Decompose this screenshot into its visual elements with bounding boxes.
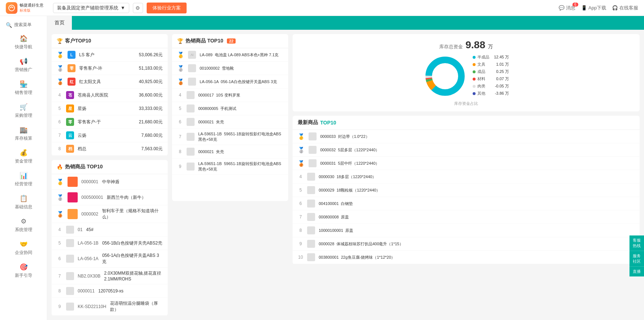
customer-item-7[interactable]: 7 云 云扬 7,680.00元: [52, 129, 168, 142]
sold-product-1[interactable]: 🥇 Ai LA-089 电池盖 LA-089 ABS本色+黑种 7.1克: [172, 48, 288, 62]
sold-product-6[interactable]: 6 0000021 夹壳: [172, 115, 288, 129]
new-product-7[interactable]: 7 000800008 原盖: [293, 210, 640, 224]
cooperation-icon: 🤝: [20, 240, 28, 248]
float-btn-live[interactable]: 直播: [629, 267, 644, 276]
sold-product-7[interactable]: 7 LA-59651-1B 59651-1B旋转投影灯电池盒ABS黑色+58克: [172, 129, 288, 145]
customer-name-1: LS 客户: [79, 52, 135, 58]
hot-product-1[interactable]: 🥇 0000001 中华神盾: [52, 174, 168, 190]
inventory-legend: 半成品 12.45 万 文具 1.01 万 成品 0: [473, 54, 509, 98]
new-products-title: 最新商品 TOP10: [293, 116, 640, 130]
sidebar-item-marketing[interactable]: 📢 营销推广: [0, 54, 47, 77]
sidebar-item-guide[interactable]: 🎯 新手引导: [0, 259, 47, 282]
hot-product-3[interactable]: 🥉 0000002 智利车子里（规格不知道填什么）: [52, 205, 168, 223]
avatar-2: 零: [68, 64, 76, 72]
customer-value-1: 53,006.26元: [139, 52, 163, 58]
sold-product-img-4: [187, 91, 195, 99]
product-img-4: [66, 226, 74, 234]
inventory-total: 库存总资金 9.88 万: [298, 39, 635, 51]
new-product-2[interactable]: 🥈 0000032 5层多层（1220*2440）: [293, 143, 640, 157]
customer-item-3[interactable]: 🥉 红 红太阳文具 40,925.00元: [52, 75, 168, 89]
sold-product-img-2: [188, 64, 196, 72]
online-service-button[interactable]: 🎧 在线客服: [612, 5, 638, 11]
new-product-4[interactable]: 4 0000030 18多层（1220*2440）: [293, 170, 640, 184]
hot-product-5[interactable]: 5 LA-056-1B 056-1B白色按键开关壳ABS2壳: [52, 237, 168, 250]
sidebar-item-home[interactable]: 🏠 快捷导航: [0, 31, 47, 54]
new-product-img-1: [309, 132, 317, 140]
sidebar-item-cooperation[interactable]: 🤝 企业协同: [0, 237, 47, 259]
fire-icon: 🔥: [57, 164, 63, 170]
avatar-7: 云: [66, 131, 74, 139]
sidebar-item-inventory[interactable]: 🏬 库存核算: [0, 122, 47, 145]
logo-icon: [6, 2, 17, 14]
sold-product-5[interactable]: 5 000800005 手机测试: [172, 102, 288, 115]
trial-button[interactable]: 体验行业方案: [147, 3, 187, 13]
new-product-6[interactable]: 6 004100001 白钢垫: [293, 197, 640, 210]
system-selector[interactable]: 装备及固定资产辅助管理系统 ▼: [53, 3, 129, 13]
search-item[interactable]: 🔍 搜索菜单: [0, 19, 47, 31]
customer-item-4[interactable]: 4 苍 苍南县人民医院 36,600.00元: [52, 89, 168, 102]
product-img-1: [68, 177, 78, 187]
legend-dot-3: [473, 70, 476, 73]
new-product-8[interactable]: 8 10000100001 原盖: [293, 224, 640, 237]
main-layout: 🔍 搜索菜单 🏠 快捷导航 📢 营销推广 🏪 销售管理 🛒 采购管理 🏬 库存核…: [0, 16, 644, 320]
float-btn-service[interactable]: 客服热线: [629, 235, 644, 251]
new-product-img-4: [307, 173, 315, 181]
nav-tabs: 首页: [47, 16, 644, 30]
sold-product-2[interactable]: 🥈 001000002 雪地靴: [172, 62, 288, 75]
sold-product-9[interactable]: 9 LA-59651-1B 59651-1B旋转投影灯电池盒ABS黑色+58克: [172, 159, 288, 175]
sold-product-img-9: [187, 163, 195, 171]
headset-icon: 🎧: [612, 5, 618, 11]
logo-name: 畅捷通好生意: [20, 3, 44, 8]
message-button[interactable]: 💬 消息 6: [559, 5, 575, 11]
sold-product-3[interactable]: 🥉 LA-056-1A 056-1A白色按键开关盖ABS 3克: [172, 75, 288, 89]
sidebar-item-purchase[interactable]: 🛒 采购管理: [0, 99, 47, 122]
content-area: 首页 🏆 客户TOP10 🥇 L LS 客户 53,006.26: [47, 16, 644, 320]
new-product-3[interactable]: 🥉 0000031 5层中纤（1220*2440）: [293, 157, 640, 170]
customer-value-3: 40,925.00元: [139, 79, 163, 85]
legend-dot-2: [473, 63, 476, 66]
new-product-img-8: [307, 226, 315, 234]
customer-item-1[interactable]: 🥇 L LS 客户 53,006.26元: [52, 48, 168, 62]
hot-product-4[interactable]: 4 01 45#: [52, 223, 168, 237]
hot-product-7[interactable]: 7 NB2.0X30B 2.0X30MM双搓花轴,搓花直径2.1MM/ROHS: [52, 268, 168, 284]
product-img-7: [66, 272, 74, 280]
sold-product-img-7: [187, 133, 195, 141]
trophy2-icon: 🏆: [177, 38, 183, 44]
customer-name-4: 苍南县人民医院: [78, 92, 135, 98]
sidebar-item-finance[interactable]: 💰 资金管理: [0, 145, 47, 168]
tab-home[interactable]: 首页: [47, 16, 72, 30]
sidebar-item-basics[interactable]: 📋 基础信息: [0, 191, 47, 214]
right-column: 库存总资金 9.88 万: [293, 34, 640, 316]
top-header: 畅捷通好生意 标准版 装备及固定资产辅助管理系统 ▼ ⚙ 体验行业方案 💬 消息…: [0, 0, 644, 16]
settings-button[interactable]: ⚙: [133, 3, 143, 13]
app-download-button[interactable]: 📱 App下载: [581, 5, 606, 11]
customer-item-8[interactable]: 8 档 档总 7,563.00元: [52, 142, 168, 156]
top-sold-title: 🏆 热销商品 TOP10 22: [172, 34, 288, 48]
float-btn-community[interactable]: 服务社区: [629, 251, 644, 267]
new-product-10[interactable]: 10 003800001 22g鱼豆腐-烧烤味（1*12*20）: [293, 251, 640, 264]
legend-dot-1: [473, 56, 476, 59]
new-product-5[interactable]: 5 0000029 18颗粒板（1220*2440）: [293, 184, 640, 197]
hot-product-6[interactable]: 6 LA-056-1A 056-1A白色按键开关盖ABS 3克: [52, 250, 168, 268]
hot-product-8[interactable]: 8 0000011 12070519-xs: [52, 284, 168, 298]
customer-item-2[interactable]: 🥈 零 零售客户-许 51,183.00元: [52, 62, 168, 75]
logo-sub: 标准版: [20, 8, 44, 13]
sold-product-8[interactable]: 8 0000021 夹壳: [172, 145, 288, 159]
sold-product-4[interactable]: 4 0000017 10S 变料罗浆: [172, 89, 288, 102]
sidebar-item-management[interactable]: 📊 经营管理: [0, 168, 47, 191]
hot-product-2[interactable]: 🥈 000500001 新西兰牛肉（新牛）: [52, 190, 168, 205]
new-product-1[interactable]: 🥇 0000033 封边带（1.0*22）: [293, 130, 640, 143]
sidebar-item-system[interactable]: ⚙ 系统管理: [0, 214, 47, 237]
customer-item-5[interactable]: 5 星 星扬 33,333.00元: [52, 102, 168, 115]
header-right: 💬 消息 6 📱 App下载 🎧 在线客服: [559, 5, 638, 11]
marketing-icon: 📢: [20, 57, 28, 65]
customer-item-6[interactable]: 6 零 零售客户-于 21,680.00元: [52, 115, 168, 129]
header-center: 装备及固定资产辅助管理系统 ▼ ⚙ 体验行业方案: [53, 3, 559, 13]
avatar-1: L: [68, 51, 76, 59]
purchase-icon: 🛒: [20, 103, 28, 111]
system-name: 装备及固定资产辅助管理系统: [57, 5, 118, 11]
new-product-img-6: [307, 200, 315, 208]
new-product-9[interactable]: 9 0000028 体城荔枝味苏打饮品400毫升（1*15）: [293, 237, 640, 251]
sidebar-item-sales[interactable]: 🏪 销售管理: [0, 77, 47, 99]
hot-product-9[interactable]: 9 KK-SD22110H 花语萌恒温分腿睡袋（厚款）: [52, 298, 168, 316]
